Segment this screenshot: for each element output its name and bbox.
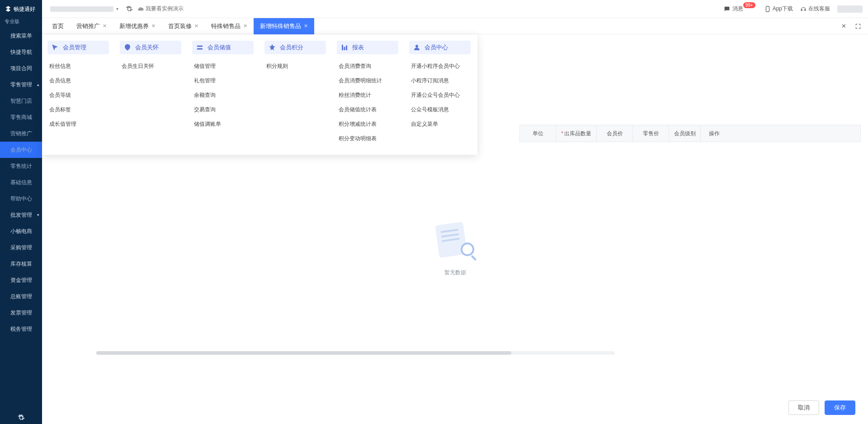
sidebar-item-0[interactable]: 搜索菜单 — [0, 28, 42, 44]
sidebar-item-label: 营销推广 — [10, 130, 32, 138]
tab-3[interactable]: 首页装修✕ — [162, 18, 205, 34]
empty-illustration — [428, 215, 482, 261]
mega-item[interactable]: 成长值管理 — [47, 117, 109, 131]
user-avatar[interactable] — [837, 5, 863, 13]
mega-item[interactable]: 会员信息 — [47, 73, 109, 88]
mega-item[interactable]: 交易查询 — [192, 102, 254, 117]
close-icon[interactable]: ✕ — [194, 23, 198, 29]
mega-item[interactable]: 积分增减统计表 — [337, 117, 398, 131]
empty-text: 暂无数据 — [428, 269, 482, 276]
messages-button[interactable]: 消息 99+ — [723, 5, 757, 13]
save-button[interactable]: 保存 — [825, 400, 855, 415]
mega-item[interactable]: 会员等级 — [47, 88, 109, 102]
fullscreen-button[interactable] — [853, 21, 863, 32]
mega-column-header: 会员关怀 — [120, 41, 181, 54]
table-column-header: 零售价 — [632, 125, 669, 142]
sidebar-item-label: 发票管理 — [10, 309, 32, 317]
gear-icon — [18, 414, 25, 421]
mega-item[interactable]: 积分变动明细表 — [337, 131, 398, 146]
mega-item[interactable]: 会员消费明细统计 — [337, 73, 398, 88]
footer-actions: 取消 保存 — [788, 400, 855, 415]
scrollbar-thumb[interactable] — [96, 351, 511, 355]
sidebar-item-label: 快捷导航 — [10, 48, 32, 56]
mega-column-4: 报表会员消费查询会员消费明细统计粉丝消费统计会员储值统计表积分增减统计表积分变动… — [331, 41, 404, 146]
tab-5[interactable]: 新增特殊销售品✕ — [254, 18, 314, 34]
mega-item[interactable]: 储值管理 — [192, 59, 254, 73]
tab-1[interactable]: 营销推广✕ — [70, 18, 113, 34]
sidebar-item-14[interactable]: 库存核算 — [0, 256, 42, 272]
mega-item[interactable]: 会员生日关怀 — [120, 59, 181, 73]
table-header-wrap: 单位*出库品数量会员价零售价会员级别操作 — [519, 125, 861, 142]
mega-item[interactable]: 粉丝信息 — [47, 59, 109, 73]
sidebar-item-label: 基础信息 — [10, 179, 32, 186]
sidebar-item-2[interactable]: 项目合同 — [0, 60, 42, 76]
app-download-button[interactable]: App下载 — [764, 5, 793, 13]
sidebar-item-label: 搜索菜单 — [10, 32, 32, 40]
gear-icon — [126, 5, 133, 13]
tab-2[interactable]: 新增优惠券✕ — [113, 18, 162, 34]
sidebar-item-18[interactable]: 税务管理 — [0, 321, 42, 337]
sidebar-item-12[interactable]: 小畅电商 — [0, 223, 42, 239]
topbar-settings-button[interactable] — [126, 5, 133, 13]
mega-column-title: 会员储值 — [208, 43, 231, 52]
sidebar-item-label: 帮助中心 — [10, 195, 32, 203]
mega-header-icon — [268, 43, 276, 52]
tab-0[interactable]: 首页 — [46, 18, 70, 34]
sidebar-item-6[interactable]: 营销推广 — [0, 125, 42, 142]
fullscreen-icon — [855, 23, 861, 29]
close-icon[interactable]: ✕ — [151, 23, 156, 29]
app-download-label: App下载 — [773, 5, 793, 13]
phone-icon — [764, 6, 771, 12]
horizontal-scrollbar[interactable] — [96, 351, 615, 355]
mega-item[interactable]: 积分规则 — [264, 59, 326, 73]
sidebar-item-9[interactable]: 基础信息 — [0, 174, 42, 191]
close-icon[interactable]: ✕ — [103, 23, 107, 29]
company-select[interactable]: ▾ — [47, 5, 121, 13]
mega-column-header: 会员中心 — [409, 41, 471, 54]
mega-item[interactable]: 小程序订阅消息 — [409, 73, 471, 88]
table-header: 单位*出库品数量会员价零售价会员级别操作 — [519, 125, 861, 142]
sidebar-item-4[interactable]: 智慧门店 — [0, 93, 42, 109]
sidebar-item-8[interactable]: 零售统计 — [0, 158, 42, 174]
mega-header-icon — [413, 43, 421, 52]
sidebar: 畅捷通好 专业版 搜索菜单快捷导航项目合同零售管理▴智慧门店零售商城营销推广会员… — [0, 0, 42, 424]
close-icon[interactable]: ✕ — [243, 23, 247, 29]
mega-item[interactable]: 开通公众号会员中心 — [409, 88, 471, 102]
sidebar-item-11[interactable]: 批发管理▾ — [0, 207, 42, 223]
tab-4[interactable]: 特殊销售品✕ — [205, 18, 254, 34]
mega-item[interactable]: 开通小程序会员中心 — [409, 59, 471, 73]
sidebar-item-1[interactable]: 快捷导航 — [0, 44, 42, 60]
sidebar-item-label: 零售管理 — [10, 81, 32, 89]
sidebar-item-13[interactable]: 采购管理 — [0, 239, 42, 256]
mega-item[interactable]: 公众号模板消息 — [409, 102, 471, 117]
online-service-label: 在线客服 — [808, 5, 830, 13]
sidebar-item-10[interactable]: 帮助中心 — [0, 191, 42, 207]
tab-close-all-button[interactable]: ✕ — [838, 21, 849, 32]
sidebar-item-5[interactable]: 零售商城 — [0, 109, 42, 125]
mega-item[interactable]: 礼包管理 — [192, 73, 254, 88]
mega-menu: 会员管理粉丝信息会员信息会员等级会员标签成长值管理会员关怀会员生日关怀会员储值储… — [42, 34, 477, 155]
mega-item[interactable]: 粉丝消费统计 — [337, 88, 398, 102]
sidebar-item-3[interactable]: 零售管理▴ — [0, 76, 42, 93]
mega-column-title: 报表 — [352, 43, 364, 52]
sidebar-item-15[interactable]: 资金管理 — [0, 272, 42, 288]
mega-item[interactable]: 会员标签 — [47, 102, 109, 117]
close-icon[interactable]: ✕ — [304, 23, 308, 29]
sidebar-settings[interactable] — [0, 411, 42, 424]
mega-item[interactable]: 储值调账单 — [192, 117, 254, 131]
sidebar-item-16[interactable]: 总账管理 — [0, 288, 42, 305]
cancel-button[interactable]: 取消 — [788, 400, 819, 415]
mega-item[interactable]: 会员储值统计表 — [337, 102, 398, 117]
mega-item[interactable]: 余额查询 — [192, 88, 254, 102]
sidebar-item-17[interactable]: 发票管理 — [0, 305, 42, 321]
mega-item[interactable]: 自定义菜单 — [409, 117, 471, 131]
caret-down-icon: ▾ — [37, 213, 39, 217]
company-name-placeholder — [50, 6, 113, 12]
sidebar-item-7[interactable]: 会员中心 — [0, 142, 42, 158]
online-service-button[interactable]: 在线客服 — [800, 5, 830, 13]
sidebar-item-label: 零售统计 — [10, 162, 32, 170]
sidebar-item-label: 税务管理 — [10, 325, 32, 333]
mega-item[interactable]: 会员消费查询 — [337, 59, 398, 73]
demo-link[interactable]: 我要看实例演示 — [137, 5, 184, 13]
table-column-label: 零售价 — [643, 130, 659, 138]
